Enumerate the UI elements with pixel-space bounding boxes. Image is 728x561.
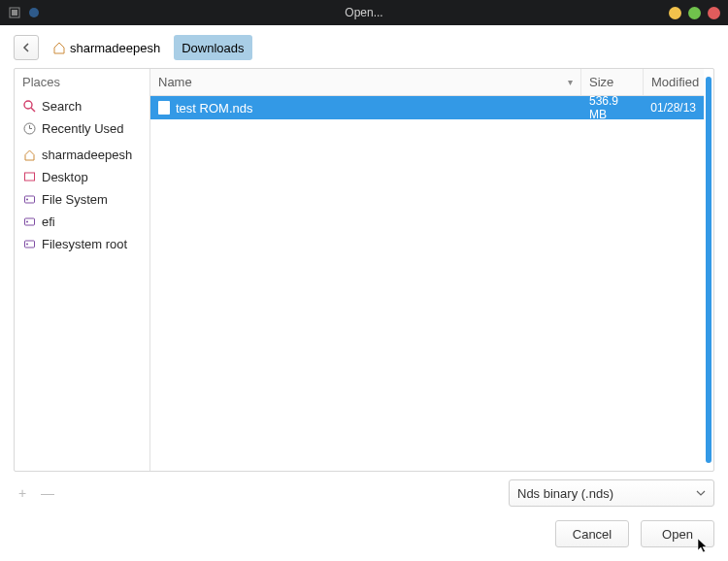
svg-rect-1 [12, 10, 17, 16]
add-bookmark-button[interactable]: + [14, 485, 31, 501]
desktop-icon [22, 171, 36, 184]
svg-line-3 [31, 108, 35, 112]
svg-point-11 [26, 244, 28, 246]
svg-point-9 [26, 221, 28, 223]
file-type-filter[interactable]: Nds binary (.nds) [509, 479, 714, 507]
window-minimize-button[interactable] [669, 7, 681, 19]
path-toolbar: sharmadeepesh Downloads [14, 35, 714, 60]
places-sidebar: Places Search Recently Used sharmadeepes… [15, 69, 150, 471]
chevron-down-icon [696, 490, 706, 496]
sort-indicator-icon: ▾ [568, 77, 573, 87]
open-button[interactable]: Open [641, 520, 714, 547]
svg-point-7 [26, 199, 28, 201]
sidebar-item-label: Desktop [42, 170, 88, 184]
file-name: test ROM.nds [176, 101, 252, 116]
app-icon [8, 6, 21, 19]
scrollbar-thumb[interactable] [706, 77, 711, 463]
sidebar-item-label: Search [42, 99, 82, 114]
remove-bookmark-button[interactable]: — [39, 485, 56, 501]
svg-point-2 [24, 101, 32, 109]
sidebar-item-label: File System [42, 192, 108, 207]
file-row[interactable]: test ROM.nds 536.9 MB 01/28/13 [150, 96, 704, 119]
drive-icon [22, 215, 36, 229]
sidebar-header: Places [15, 69, 149, 95]
sidebar-item-efi[interactable]: efi [15, 211, 149, 233]
column-header-size[interactable]: Size [581, 69, 644, 95]
svg-rect-5 [24, 173, 34, 181]
file-modified: 01/28/13 [644, 101, 704, 115]
breadcrumb-label: sharmadeepesh [70, 41, 160, 55]
back-button[interactable] [14, 35, 39, 60]
window-titlebar: Open... [0, 0, 728, 25]
sidebar-item-search[interactable]: Search [15, 95, 149, 117]
search-icon [22, 100, 36, 114]
column-header-modified[interactable]: Modified [644, 69, 704, 95]
window-title: Open... [345, 6, 382, 19]
column-header-name[interactable]: Name ▾ [150, 69, 581, 95]
clock-icon [22, 122, 36, 136]
file-list-scrollbar[interactable] [704, 69, 713, 471]
cancel-button[interactable]: Cancel [555, 520, 629, 547]
sidebar-item-fsroot[interactable]: Filesystem root [15, 233, 149, 255]
window-maximize-button[interactable] [688, 7, 701, 19]
unsaved-indicator [29, 8, 39, 17]
home-icon [52, 41, 66, 54]
sidebar-item-label: sharmadeepesh [42, 148, 132, 162]
file-list: Name ▾ Size Modified test ROM.nds [150, 69, 704, 471]
sidebar-item-filesystem[interactable]: File System [15, 188, 149, 211]
drive-icon [22, 238, 36, 251]
breadcrumb-home[interactable]: sharmadeepesh [45, 35, 168, 60]
sidebar-item-label: Recently Used [42, 121, 124, 136]
sidebar-item-desktop[interactable]: Desktop [15, 166, 149, 188]
file-size: 536.9 MB [581, 96, 644, 121]
home-icon [22, 148, 36, 162]
sidebar-item-recent[interactable]: Recently Used [15, 117, 149, 140]
breadcrumb-label: Downloads [182, 41, 244, 55]
file-type-selected: Nds binary (.nds) [517, 486, 613, 501]
window-close-button[interactable] [708, 7, 720, 19]
sidebar-item-label: Filesystem root [42, 237, 127, 251]
drive-icon [22, 193, 36, 207]
breadcrumb-current[interactable]: Downloads [174, 35, 251, 60]
sidebar-item-home[interactable]: sharmadeepesh [15, 144, 149, 166]
sidebar-item-label: efi [42, 214, 55, 229]
file-icon [158, 101, 170, 115]
